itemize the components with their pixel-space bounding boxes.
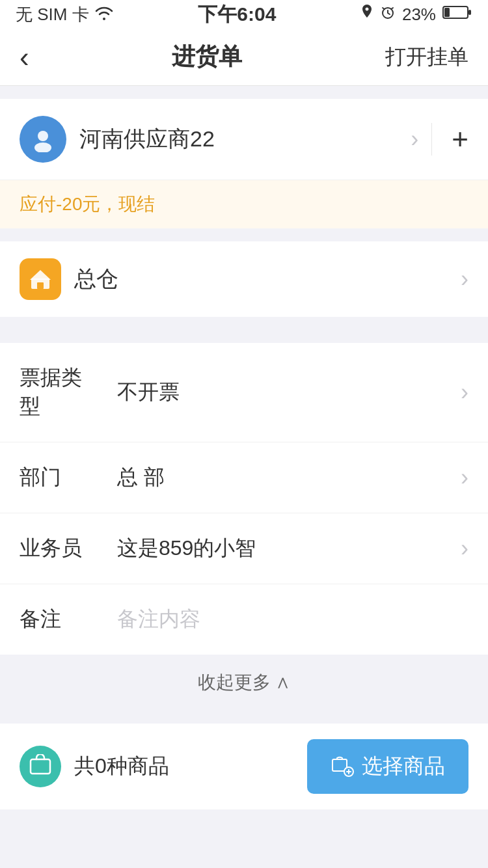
warehouse-card: 总仓 › [0, 241, 488, 317]
wifi-icon [94, 5, 114, 25]
invoice-type-row[interactable]: 票据类型 不开票 › [0, 343, 488, 442]
status-bar: 无 SIM 卡 下午6:04 23% [0, 0, 488, 29]
svg-point-5 [34, 142, 51, 152]
invoice-type-chevron-icon: › [461, 379, 468, 406]
section-gap-3 [0, 317, 488, 330]
warehouse-icon [20, 258, 61, 300]
section-gap-2 [0, 228, 488, 241]
alert-text: 应付-20元，现结 [20, 194, 155, 214]
vertical-divider [431, 123, 432, 156]
collapse-row[interactable]: 收起更多 ∧ [0, 655, 488, 711]
svg-rect-9 [31, 759, 50, 774]
carrier-text: 无 SIM 卡 [16, 3, 89, 26]
bottom-product-bar: 共0种商品 选择商品 [0, 724, 488, 809]
collapse-text: 收起更多 ∧ [198, 670, 291, 695]
supplier-avatar [20, 116, 66, 163]
svg-rect-8 [37, 282, 44, 289]
select-btn-label: 选择商品 [362, 752, 445, 781]
department-label: 部门 [20, 463, 98, 492]
product-cart-icon [20, 746, 61, 787]
warehouse-name: 总仓 [74, 264, 461, 294]
form-card: 票据类型 不开票 › 部门 总 部 › 业务员 这是859的小智 › 备注 备注… [0, 343, 488, 655]
supplier-name: 河南供应商22 [79, 124, 411, 154]
status-left: 无 SIM 卡 [16, 3, 114, 26]
nav-bar: ‹ 进货单 打开挂单 [0, 29, 488, 86]
select-product-button[interactable]: 选择商品 [307, 739, 468, 794]
salesman-chevron-icon: › [461, 535, 468, 562]
svg-marker-7 [30, 270, 51, 280]
status-right: 23% [360, 5, 472, 25]
status-time: 下午6:04 [198, 1, 276, 28]
product-count-text: 共0种商品 [74, 752, 307, 781]
battery-icon [442, 5, 472, 25]
remark-label: 备注 [20, 605, 98, 634]
salesman-value: 这是859的小智 [117, 534, 461, 563]
warehouse-row[interactable]: 总仓 › [0, 241, 488, 317]
department-value: 总 部 [117, 463, 461, 492]
supplier-card: 河南供应商22 › + 应付-20元，现结 [0, 99, 488, 228]
invoice-type-label: 票据类型 [20, 364, 98, 421]
remark-row[interactable]: 备注 备注内容 [0, 584, 488, 655]
alert-banner: 应付-20元，现结 [0, 180, 488, 228]
back-button[interactable]: ‹ [20, 43, 29, 72]
salesman-row[interactable]: 业务员 这是859的小智 › [0, 513, 488, 584]
svg-point-4 [38, 131, 48, 141]
invoice-type-value: 不开票 [117, 378, 461, 407]
department-chevron-icon: › [461, 464, 468, 491]
svg-rect-2 [444, 8, 450, 17]
remark-input[interactable]: 备注内容 [117, 605, 468, 634]
location-icon [360, 5, 373, 25]
page-background [0, 809, 488, 868]
alarm-icon [380, 5, 396, 25]
battery-percent: 23% [402, 5, 436, 25]
salesman-label: 业务员 [20, 534, 98, 563]
add-supplier-button[interactable]: + [452, 123, 468, 156]
supplier-chevron-icon: › [411, 126, 418, 153]
nav-title: 进货单 [172, 41, 242, 73]
supplier-row[interactable]: 河南供应商22 › + [0, 99, 488, 180]
department-row[interactable]: 部门 总 部 › [0, 442, 488, 513]
svg-rect-3 [468, 10, 471, 15]
warehouse-chevron-icon: › [461, 265, 468, 293]
section-gap-1 [0, 86, 488, 99]
open-pending-button[interactable]: 打开挂单 [385, 43, 468, 72]
